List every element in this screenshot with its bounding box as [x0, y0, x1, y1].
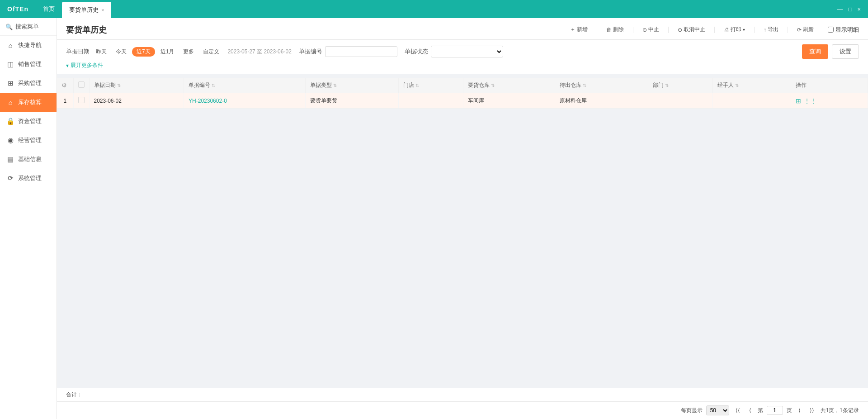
new-label: 新增 [577, 26, 588, 33]
delete-button[interactable]: 🗑 删除 [602, 24, 628, 36]
divider-4 [714, 27, 715, 33]
stop-button[interactable]: ⊙ 中止 [638, 24, 664, 36]
print-button[interactable]: 🖨 打印 ▾ [719, 24, 750, 36]
settings-button[interactable]: 设置 [832, 44, 859, 59]
th-handler-label: 经手人 [717, 81, 734, 89]
bill-no-label: 单据编号 [299, 48, 322, 56]
sort-pendingwarehouse-icon[interactable]: ⇅ [583, 83, 586, 88]
page-label-before: 第 [758, 407, 763, 414]
delete-icon: 🗑 [606, 27, 612, 33]
sidebar-item-shortcut[interactable]: ⌂ 快捷导航 [0, 36, 57, 55]
table-body: 1 2023-06-02 YH-20230602-0 要货单要货 [57, 93, 868, 109]
window-maximize-icon[interactable]: □ [849, 6, 852, 13]
table-head: ⚙ 单据日期 ⇅ 单据编号 [57, 78, 868, 93]
row-store-cell [399, 93, 463, 109]
date-btn-7days[interactable]: 近7天 [132, 47, 155, 57]
row-checkbox[interactable] [78, 97, 85, 103]
row-more-icon[interactable]: ⋮⋮ [804, 97, 816, 105]
total-info: 共1页，1条记录 [821, 407, 859, 414]
sidebar: 🔍 搜索菜单 ⌂ 快捷导航 ◫ 销售管理 ⊞ 采购管理 ⌂ 库存核算 🔒 资金管… [0, 18, 57, 419]
display-detail-toggle[interactable]: 显示明细 [828, 26, 859, 34]
row-bill-no-cell: YH-20230602-0 [184, 93, 306, 109]
print-icon: 🖨 [724, 27, 729, 33]
date-btn-custom[interactable]: 自定义 [199, 47, 223, 57]
sidebar-item-inventory[interactable]: ⌂ 库存核算 [0, 93, 57, 112]
bill-no-input[interactable] [325, 46, 397, 57]
delete-label: 删除 [613, 26, 624, 33]
sidebar-item-operation[interactable]: ◉ 经营管理 [0, 131, 57, 150]
page-number-input[interactable]: 1 [767, 406, 783, 415]
sidebar-item-purchase[interactable]: ⊞ 采购管理 [0, 74, 57, 93]
row-index: 1 [63, 98, 66, 104]
th-pending-warehouse: 待出仓库 ⇅ [555, 78, 648, 93]
export-label: 导出 [768, 26, 778, 33]
last-page-btn[interactable]: ⟩⟩ [807, 406, 817, 414]
sidebar-item-basic-info[interactable]: ▤ 基础信息 [0, 150, 57, 169]
filter-area: 单据日期 昨天 今天 近7天 近1月 更多 自定义 2023-05-27 至 2… [57, 40, 868, 74]
sort-date-icon[interactable]: ⇅ [117, 83, 121, 88]
next-page-btn[interactable]: ⟩ [796, 406, 803, 414]
print-label: 打印 [731, 26, 741, 33]
display-detail-label: 显示明细 [835, 26, 859, 34]
page-size-select[interactable]: 50 100 [706, 405, 729, 415]
filter-group-date: 单据日期 昨天 今天 近7天 近1月 更多 自定义 2023-05-27 至 2… [66, 47, 292, 57]
sidebar-item-sales[interactable]: ◫ 销售管理 [0, 55, 57, 74]
window-minimize-icon[interactable]: — [837, 6, 843, 13]
first-page-btn[interactable]: ⟨⟨ [733, 406, 743, 414]
sort-dept-icon[interactable]: ⇅ [665, 83, 669, 88]
divider-7 [823, 27, 823, 33]
th-bill-no: 单据编号 ⇅ [184, 78, 306, 93]
refresh-button[interactable]: ⟳ 刷新 [793, 24, 818, 36]
cancel-stop-button[interactable]: ⊙ 取消中止 [673, 24, 710, 36]
th-handler: 经手人 ⇅ [712, 78, 791, 93]
export-icon: ↑ [764, 27, 766, 33]
date-btn-more[interactable]: 更多 [179, 47, 198, 57]
table-row: 1 2023-06-02 YH-20230602-0 要货单要货 [57, 93, 868, 109]
filter-group-status: 单据状态 [405, 46, 503, 57]
bill-status-select[interactable] [431, 46, 503, 57]
page-title: 要货单历史 [66, 24, 107, 35]
table-settings-icon[interactable]: ⚙ [61, 82, 67, 89]
tab-bill-history-label: 要货单历史 [69, 6, 99, 14]
prev-page-btn[interactable]: ⟨ [746, 406, 754, 414]
date-btn-yesterday[interactable]: 昨天 [92, 47, 110, 57]
divider-2 [633, 27, 633, 33]
sort-handler-icon[interactable]: ⇅ [735, 83, 739, 88]
sort-billno-icon[interactable]: ⇅ [212, 83, 215, 88]
th-department: 部门 ⇅ [648, 78, 712, 93]
sort-reqwarehouse-icon[interactable]: ⇅ [491, 83, 495, 88]
sidebar-item-finance[interactable]: 🔒 资金管理 [0, 112, 57, 131]
th-bill-type: 单据类型 ⇅ [306, 78, 399, 93]
tab-close-icon[interactable]: × [101, 7, 104, 13]
sort-billtype-icon[interactable]: ⇅ [333, 83, 337, 88]
th-checkbox [73, 78, 89, 93]
total-label: 合计： [66, 391, 82, 398]
date-btn-today[interactable]: 今天 [112, 47, 130, 57]
row-bill-no-link[interactable]: YH-20230602-0 [189, 98, 227, 104]
sales-icon: ◫ [6, 60, 14, 68]
window-close-icon[interactable]: × [857, 6, 861, 13]
cancel-stop-label: 取消中止 [684, 26, 705, 33]
new-button[interactable]: ＋ 新增 [566, 24, 592, 36]
export-button[interactable]: ↑ 导出 [759, 24, 783, 36]
row-edit-icon[interactable]: ⊞ [796, 97, 801, 105]
row-date-cell: 2023-06-02 [89, 93, 184, 109]
expand-more-btn[interactable]: ▾ 展开更多条件 [66, 62, 859, 69]
search-icon: 🔍 [5, 24, 13, 30]
display-detail-checkbox[interactable] [828, 27, 834, 33]
query-button-group: 查询 设置 [802, 44, 859, 59]
sidebar-item-system[interactable]: ⟳ 系统管理 [0, 169, 57, 188]
divider-5 [754, 27, 755, 33]
system-icon: ⟳ [6, 174, 14, 182]
select-all-checkbox[interactable] [78, 81, 85, 88]
query-button[interactable]: 查询 [802, 44, 828, 59]
tab-bill-history[interactable]: 要货单历史 × [62, 2, 111, 18]
tab-home[interactable]: 首页 [36, 0, 62, 18]
date-btn-1month[interactable]: 近1月 [157, 47, 178, 57]
filter-group-billno: 单据编号 [299, 46, 397, 57]
th-department-label: 部门 [653, 81, 664, 89]
sort-store-icon[interactable]: ⇅ [415, 83, 419, 88]
row-department-cell [648, 93, 712, 109]
expand-more-label: 展开更多条件 [71, 62, 103, 69]
sidebar-search[interactable]: 🔍 搜索菜单 [0, 18, 57, 36]
